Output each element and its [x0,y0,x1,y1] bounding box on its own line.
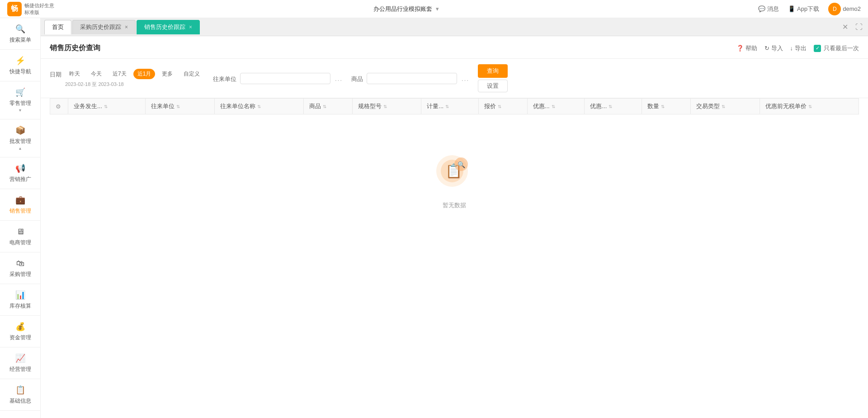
goods-input[interactable] [367,73,457,84]
col-biz-date[interactable]: 业务发生... ⇅ [68,99,146,114]
table-head: ⚙ 业务发生... ⇅ 往来单位 [50,99,859,114]
app-title-dropdown[interactable]: ▾ [436,5,439,12]
sidebar-item-inventory[interactable]: 📊 库存核算 [0,284,40,316]
sort-icon: ⇅ [552,104,555,109]
sort-icon: ⇅ [609,104,612,109]
system-icon: ⚙ [17,416,24,418]
user-area[interactable]: D demo2 [828,3,861,15]
purchase-icon: 🛍 [16,258,24,269]
page-header: 销售历史价查询 ❓ 帮助 ↻ 导入 ↓ 导出 ✓ [41,36,868,59]
chevron-down-icon: ▾ [19,107,21,114]
chevron-up-icon: ▴ [19,145,21,152]
sidebar-item-quick-nav[interactable]: ⚡ 快捷导航 [0,50,40,81]
date-option-last1month[interactable]: 近1月 [133,69,156,79]
col-unit[interactable]: 计量... ⇅ [421,99,479,114]
date-filter-group: 日期 昨天 今天 近7天 近1月 更多 自定义 2023-02-18 至 202… [50,69,204,88]
filter-area: 日期 昨天 今天 近7天 近1月 更多 自定义 2023-02-18 至 202… [41,59,868,98]
logo-icon: 畅 [7,2,22,16]
sidebar-item-label: 电商管理 [9,239,31,247]
col-price[interactable]: 报价 ⇅ [478,99,527,114]
empty-state: 📋 🔍 暂无数据 [50,114,859,246]
sidebar-item-search-menu[interactable]: 🔍 搜索菜单 [0,18,40,50]
ecommerce-icon: 🖥 [16,226,24,238]
date-option-more[interactable]: 更多 [158,69,177,79]
app-download-btn[interactable]: 📱 App下载 [788,5,819,13]
col-partner-code[interactable]: 往来单位 ⇅ [146,99,215,114]
col-discount1[interactable]: 优惠... ⇅ [527,99,585,114]
sales-history-tab-label: 销售历史价跟踪 [144,23,185,31]
mobile-icon: 📱 [788,5,795,12]
help-btn[interactable]: ❓ 帮助 [736,44,757,52]
col-partner-name[interactable]: 往来单位名称 ⇅ [214,99,303,114]
tab-sales-history[interactable]: 销售历史价跟踪 × [137,20,200,34]
topbar-right: 💬 消息 📱 App下载 D demo2 [758,3,861,15]
settings-button[interactable]: 设置 [478,80,508,92]
col-quantity[interactable]: 数量 ⇅ [642,99,690,114]
empty-icon: 📋 🔍 [432,151,477,196]
col-spec[interactable]: 规格型号 ⇅ [352,99,421,114]
page-title: 销售历史价查询 [50,43,100,53]
col-pretax-price[interactable]: 优惠前无税单价 ⇅ [760,99,859,114]
date-option-yesterday[interactable]: 昨天 [65,69,84,79]
sidebar-item-system-mgmt[interactable]: ⚙ 系统管理 [0,411,40,418]
purchase-history-tab-label: 采购历史价跟踪 [80,23,121,31]
sidebar-item-ecommerce-mgmt[interactable]: 🖥 电商管理 [0,221,40,252]
close-tab-btn[interactable]: ✕ [840,21,850,33]
tab-actions: ✕ ⛶ [840,21,864,33]
quick-nav-icon: ⚡ [15,55,25,66]
tabbar: 首页 采购历史价跟踪 × 销售历史价跟踪 × ✕ ⛶ [41,18,868,36]
only-last-checkbox[interactable]: ✓ 只看最后一次 [814,44,859,52]
col-discount2[interactable]: 优惠... ⇅ [585,99,642,114]
col-settings[interactable]: ⚙ [50,99,68,114]
home-tab-label: 首页 [52,23,64,31]
purchase-history-tab-close[interactable]: × [125,24,128,30]
sort-icon: ⇅ [808,104,812,109]
empty-text: 暂无数据 [443,201,466,209]
sidebar-item-basic-info[interactable]: 📋 基础信息 [0,379,40,411]
wholesale-icon: 📦 [15,125,25,136]
sort-icon: ⇅ [498,104,501,109]
sidebar-item-finance-mgmt[interactable]: 💰 资金管理 [0,316,40,347]
topbar: 畅 畅捷信好生意 标准版 办公用品行业模拟账套 ▾ 💬 消息 📱 App下载 D… [0,0,868,18]
partner-input[interactable] [240,73,330,84]
filter-buttons: 查询 设置 [478,64,508,92]
sidebar-item-label: 经营管理 [9,366,31,373]
sidebar-item-marketing[interactable]: 📢 营销推广 [0,157,40,189]
query-button[interactable]: 查询 [478,64,508,78]
col-trade-type[interactable]: 交易类型 ⇅ [690,99,760,114]
goods-input-more[interactable]: … [461,74,469,83]
tab-purchase-history[interactable]: 采购历史价跟踪 × [72,20,136,34]
date-option-today[interactable]: 今天 [87,69,106,79]
partner-input-more[interactable]: … [334,74,342,83]
sort-icon: ⇅ [104,104,108,109]
maximize-btn[interactable]: ⛶ [854,21,864,33]
export-btn[interactable]: ↓ 导出 [790,44,807,52]
sales-icon: 💼 [15,195,25,206]
sidebar-item-sales-mgmt[interactable]: 💼 销售管理 [0,189,40,221]
date-option-custom[interactable]: 自定义 [179,69,204,79]
col-goods[interactable]: 商品 ⇅ [303,99,352,114]
sidebar-item-operations-mgmt[interactable]: 📈 经营管理 [0,347,40,379]
date-range-text: 2023-02-18 至 2023-03-18 [65,81,204,88]
checkbox-checked-icon: ✓ [814,45,821,52]
sidebar-item-wholesale-mgmt[interactable]: 📦 批发管理 ▴ [0,119,40,157]
table-settings-icon[interactable]: ⚙ [56,103,61,110]
marketing-icon: 📢 [15,163,25,174]
topbar-left: 畅 畅捷信好生意 标准版 [7,2,54,16]
date-option-last7days[interactable]: 近7天 [108,69,131,79]
basic-info-icon: 📋 [15,385,25,396]
sidebar-item-purchase-mgmt[interactable]: 🛍 采购管理 [0,252,40,284]
tab-home[interactable]: 首页 [44,20,71,34]
app-title: 办公用品行业模拟账套 [373,5,432,13]
operations-icon: 📈 [15,353,25,364]
sort-icon: ⇅ [176,104,180,109]
sidebar-item-retail-mgmt[interactable]: 🛒 零售管理 ▾ [0,81,40,119]
sales-history-tab-close[interactable]: × [189,24,192,30]
partner-filter-label: 往来单位 [213,73,236,83]
message-icon: 💬 [758,5,765,12]
goods-filter-group: 商品 … [351,73,469,84]
date-options-row: 昨天 今天 近7天 近1月 更多 自定义 [65,69,204,79]
message-btn[interactable]: 💬 消息 [758,5,779,13]
sidebar-item-label: 批发管理 [9,138,31,145]
import-btn[interactable]: ↻ 导入 [764,44,783,52]
